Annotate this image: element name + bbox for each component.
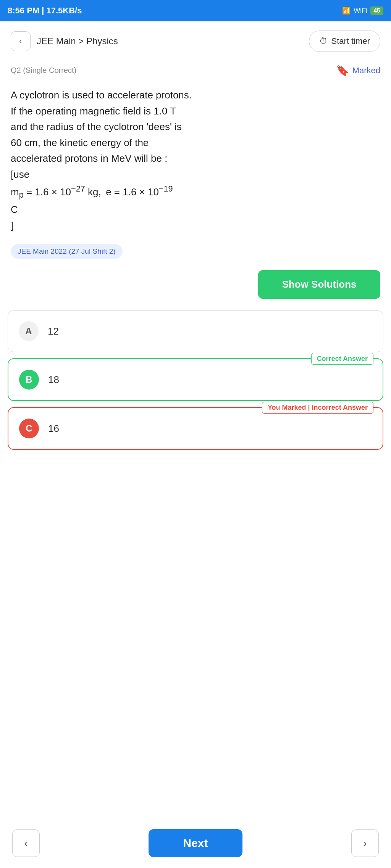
option-b-card[interactable]: Correct Answer B 18 (8, 358, 383, 401)
back-button[interactable]: ‹ (11, 31, 31, 51)
q-line4: 60 cm, the kinetic energy of the (11, 137, 149, 148)
show-solutions-button[interactable]: Show Solutions (258, 270, 380, 299)
question-text: A cyclotron is used to accelerate proton… (11, 87, 380, 234)
next-arrow-icon: › (363, 837, 367, 849)
q-line3: and the radius of the cyclotron 'dees' i… (11, 121, 182, 132)
marked-button[interactable]: 🔖 Marked (336, 64, 380, 77)
nav-left: ‹ JEE Main > Physics (11, 31, 118, 51)
back-icon: ‹ (19, 36, 22, 46)
prev-arrow-icon: ‹ (24, 837, 27, 849)
battery-badge: 45 (370, 6, 383, 15)
q-formula: mp = 1.6 × 10−27 kg, e = 1.6 × 10−19 (11, 186, 173, 198)
main-content: ‹ JEE Main > Physics ⏱ Start timer Q2 (S… (0, 21, 391, 868)
question-label: Q2 (Single Correct) (11, 66, 76, 75)
q-line6: [use (11, 169, 29, 180)
option-a-card[interactable]: A 12 (8, 310, 383, 352)
timer-icon: ⏱ (319, 36, 328, 46)
option-a-text: 12 (48, 325, 59, 337)
show-solutions-wrap: Show Solutions (0, 266, 391, 310)
question-meta: Q2 (Single Correct) 🔖 Marked (0, 61, 391, 83)
option-c-card[interactable]: You Marked | Incorrect Answer C 16 (8, 407, 383, 450)
option-b-circle: B (19, 370, 39, 390)
q-line5: accelerated protons in MeV will be : (11, 153, 167, 164)
tag-chip: JEE Main 2022 (27 Jul Shift 2) (11, 244, 123, 259)
incorrect-answer-badge: You Marked | Incorrect Answer (262, 402, 373, 414)
options-container: A 12 Correct Answer B 18 You Marked | In… (0, 310, 391, 450)
q-line7: C (11, 204, 18, 215)
question-tag: JEE Main 2022 (27 Jul Shift 2) (11, 244, 380, 259)
q-line2: If the operating magnetic field is 1.0 T (11, 105, 176, 117)
option-b-text: 18 (48, 374, 59, 386)
bottom-nav: ‹ Next › (0, 822, 391, 868)
timer-label: Start timer (331, 36, 370, 46)
status-icons: 📶 WiFi 45 (342, 6, 383, 15)
option-c-text: 16 (48, 423, 59, 435)
correct-answer-badge: Correct Answer (311, 353, 373, 365)
question-body: A cyclotron is used to accelerate proton… (0, 83, 391, 241)
q-line1: A cyclotron is used to accelerate proton… (11, 89, 192, 101)
signal-icon: 📶 (342, 6, 351, 15)
status-time: 8:56 PM | 17.5KB/s (8, 6, 82, 16)
option-a-circle: A (19, 321, 39, 341)
next-button[interactable]: Next (149, 829, 242, 857)
prev-button[interactable]: ‹ (12, 829, 40, 857)
breadcrumb: JEE Main > Physics (37, 36, 118, 47)
q-line8: ] (11, 220, 13, 231)
start-timer-button[interactable]: ⏱ Start timer (309, 31, 380, 52)
bookmark-icon: 🔖 (336, 64, 349, 77)
option-c-circle: C (19, 419, 39, 438)
wifi-icon: WiFi (354, 7, 367, 15)
status-bar: 8:56 PM | 17.5KB/s 📶 WiFi 45 (0, 0, 391, 21)
header-nav: ‹ JEE Main > Physics ⏱ Start timer (0, 21, 391, 61)
marked-label: Marked (352, 66, 380, 76)
next-arrow-button[interactable]: › (351, 829, 379, 857)
